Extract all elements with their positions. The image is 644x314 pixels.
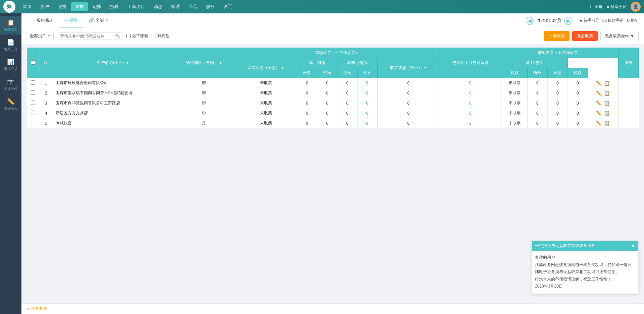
nav-manage[interactable]: 管理 (167, 2, 184, 11)
row-edit-icon-2[interactable]: ✏️ (596, 101, 602, 106)
row-view-icon-4[interactable]: 📋 (604, 121, 610, 126)
checkbox-has-taxdisk[interactable]: 有税盘 (152, 33, 169, 39)
row-sales-month-amount-2: 0 (317, 98, 337, 108)
row-checkbox-3[interactable] (31, 111, 35, 115)
tax-period-filter-icon[interactable]: ▼ (219, 61, 222, 65)
nav-fee[interactable]: 收费 (54, 2, 70, 11)
row-customer-4: 测试账套 (53, 118, 173, 128)
row-view-icon-2[interactable]: 📋 (604, 101, 610, 106)
notification-body: 尊敬的用户：江苏政务网已恢复访问电子税务局功能，易代账一键登陆电子税务局与无盘取… (532, 251, 638, 294)
row-sales-month-amount-0: 0 (317, 78, 337, 88)
row-sales-status-3: 未取票 (235, 108, 297, 118)
nodisk-ticket-btn[interactable]: 无盘取票 (572, 31, 598, 41)
row-purchase-month-amount-4: 0 (547, 118, 568, 128)
nav-home[interactable]: 首页 (19, 2, 36, 11)
fullscreen-btn[interactable]: ⛶ 全屏 (590, 4, 603, 10)
customer-filter-icon[interactable]: ▼ (125, 61, 129, 65)
row-sales-quarter-amount-1: 0 (357, 88, 377, 98)
tab-small[interactable]: 小规模 (59, 14, 83, 27)
period-next-btn[interactable]: ▶ (564, 17, 572, 25)
nav-bookkeeping[interactable]: 记账 (89, 2, 105, 11)
table-row: 3 卫辉市保和堂医药有限公司卫辉路店 季 未取票 0 0 0 0 0 0 未取票… (27, 98, 639, 108)
nav-message[interactable]: 消息 (150, 2, 166, 11)
row-edit-icon-1[interactable]: ✏️ (596, 90, 602, 96)
row-edit-icon-0[interactable]: ✏️ (596, 80, 602, 86)
row-sales-status-1: 未取票 (235, 88, 297, 98)
sidebar-item-smart-ticket[interactable]: 📋 智能取票 (0, 16, 21, 35)
member-btn[interactable]: ▶ 畅享会员 (607, 4, 627, 10)
sidebar-item-invoice-issue[interactable]: 📄 发票开具 (0, 36, 21, 54)
sidebar-item-invoice-entry[interactable]: ✏️ 票据录入 (0, 95, 21, 114)
checkbox-my-accounts[interactable]: 名下账套 (126, 33, 148, 39)
nav-customer[interactable]: 客户 (36, 2, 53, 11)
th-sales-quarter-tax: 税额 (501, 68, 528, 78)
row-sales-month-tax-0: 0 (337, 78, 357, 88)
search-input[interactable] (60, 34, 114, 39)
row-view-icon-0[interactable]: 📋 (604, 80, 610, 86)
row-sales-quarter-tax-4: 0 (377, 118, 439, 128)
settings-icon[interactable]: ⚙ (44, 61, 48, 65)
th-sales-current-quarter: 本季度销项 (337, 58, 377, 68)
my-accounts-checkbox[interactable] (126, 34, 131, 38)
nav-tax[interactable]: 报税 (106, 2, 123, 11)
invoice-entry-icon: ✏️ (7, 98, 14, 105)
select-all-checkbox[interactable] (31, 60, 35, 65)
th-sales-12months: 连续12个月累计金额 (439, 48, 501, 78)
row-sales-month-count-2: 0 (297, 98, 317, 108)
manual-icon: 📖 (602, 18, 607, 23)
nav-settings[interactable]: 设置 (219, 2, 236, 11)
row-checkbox-4[interactable] (31, 121, 35, 125)
th-purchase-month-tax: 税额 (568, 68, 588, 78)
row-checkbox-0[interactable] (31, 80, 35, 85)
notification-close-btn[interactable]: ✕ (631, 243, 635, 249)
purchase-status-filter-icon[interactable]: ▼ (423, 66, 427, 70)
nav-invoice[interactable]: 票据 (71, 2, 88, 11)
th-sales-month-count: 份数 (297, 68, 317, 78)
nav-operation[interactable]: 经营 (184, 2, 201, 11)
guide-btn[interactable]: ★ 新手引导 (579, 18, 599, 23)
sub-header: 一般纳税人 小规模 🔗 全能 ▼ ◀ 2023年02月 ▶ ★ 新手引导 📖 操 (21, 13, 644, 28)
row-checkbox-2[interactable] (31, 101, 35, 105)
employee-select[interactable]: 全部员工 ▼ (27, 32, 54, 40)
row-sales-month-count-1: 0 (297, 88, 317, 98)
invoice-issue-icon: 📄 (7, 39, 14, 46)
row-actions-3: ✏️ 📋 (588, 108, 618, 118)
th-sales-group: 销项发票（不含作废票） (235, 48, 439, 58)
sidebar-item-scan-upload[interactable]: 📷 扫描上传 (0, 75, 21, 94)
refresh-btn[interactable]: ↻ 刷新 (627, 18, 639, 23)
row-sales-status-4: 未取票 (235, 118, 297, 128)
has-taxdisk-checkbox[interactable] (152, 34, 156, 38)
manual-btn[interactable]: 📖 操作手册 (602, 18, 624, 23)
period-prev-btn[interactable]: ◀ (526, 17, 534, 25)
row-edit-icon-4[interactable]: ✏️ (596, 121, 602, 126)
nav-business[interactable]: 工商项目 (123, 2, 149, 11)
row-num-3: 4 (39, 108, 53, 118)
tab-general[interactable]: 一般纳税人 (27, 14, 59, 27)
sidebar-item-invoice-summary[interactable]: 📊 票据汇总 (0, 56, 21, 74)
row-purchase-month-count-0: 0 (527, 78, 547, 88)
guide-icon: ★ (579, 18, 583, 23)
sales-status-filter-icon[interactable]: ▼ (281, 66, 284, 70)
row-sales-month-count-0: 0 (297, 78, 317, 88)
nodisk-ops-btn[interactable]: 无盘取票操作 ▼ (600, 31, 639, 41)
row-edit-icon-3[interactable]: ✏️ (596, 111, 602, 116)
th-purchase-month-count: 份数 (527, 68, 547, 78)
tax-policy-link[interactable]: ⊙ 税务政策 (27, 306, 47, 312)
all-tab-arrow: ▼ (105, 18, 109, 22)
th-sales-month-tax: 税额 (337, 68, 357, 78)
row-sales-quarter-tax-0: 0 (377, 78, 439, 88)
row-purchase-status-3: 未取票 (501, 108, 528, 118)
nav-service[interactable]: 服务 (202, 2, 219, 11)
row-view-icon-3[interactable]: 📋 (604, 111, 610, 116)
row-sales-quarter-amount-0: 0 (357, 78, 377, 88)
table-row: 5 测试账套 月 未取票 0 0 0 0 0 0 未取票 0 0 0 ✏️ 📋 (27, 118, 639, 128)
row-checkbox-1[interactable] (31, 90, 35, 95)
row-customer-1: 卫辉市汲水镇下园阁香阁营木种植家庭农场 (53, 88, 173, 98)
tab-all[interactable]: 🔗 全能 ▼ (83, 14, 114, 27)
user-avatar[interactable]: 👤 (631, 2, 641, 12)
search-icon[interactable]: 🔍 (115, 34, 120, 39)
row-sales-status-2: 未取票 (235, 98, 297, 108)
row-view-icon-1[interactable]: 📋 (604, 90, 610, 96)
onekey-ticket-btn[interactable]: 一键取票 (544, 31, 570, 41)
row-tax-period-0: 季 (173, 78, 235, 88)
